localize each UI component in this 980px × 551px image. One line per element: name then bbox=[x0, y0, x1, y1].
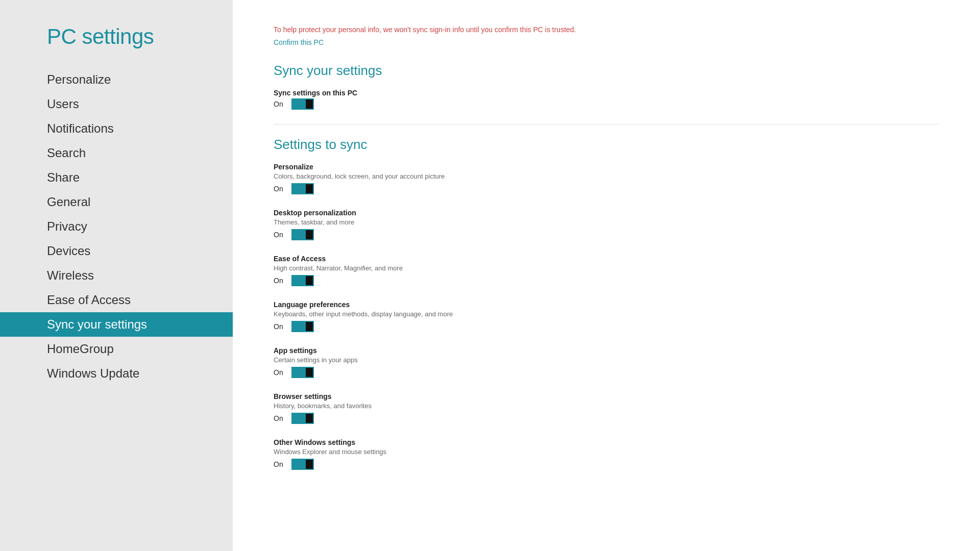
sidebar-item-personalize[interactable]: Personalize bbox=[47, 67, 233, 92]
sync-item-language-preferences: Language preferences Keyboards, other in… bbox=[274, 300, 939, 332]
sidebar-item-homegroup[interactable]: HomeGroup bbox=[47, 337, 233, 361]
toggle-track bbox=[291, 459, 314, 470]
sync-this-pc-label: Sync settings on this PC bbox=[274, 89, 939, 97]
sync-item-label-desktop-personalization: Desktop personalization bbox=[274, 209, 939, 217]
sidebar: PC settings PersonalizeUsersNotification… bbox=[0, 0, 233, 551]
sidebar-item-windows-update[interactable]: Windows Update bbox=[47, 361, 233, 386]
sync-item-value-browser-settings: On bbox=[274, 414, 283, 422]
settings-to-sync-title: Settings to sync bbox=[274, 137, 939, 153]
sidebar-item-general[interactable]: General bbox=[47, 190, 233, 214]
sync-item-desktop-personalization: Desktop personalization Themes, taskbar,… bbox=[274, 209, 939, 240]
toggle-track bbox=[291, 275, 314, 286]
toggle-track bbox=[291, 229, 314, 240]
sync-item-browser-settings: Browser settings History, bookmarks, and… bbox=[274, 392, 939, 424]
sync-item-label-ease-of-access: Ease of Access bbox=[274, 255, 939, 263]
sidebar-item-privacy[interactable]: Privacy bbox=[47, 214, 233, 239]
warning-text: To help protect your personal info, we w… bbox=[274, 24, 580, 35]
sidebar-item-devices[interactable]: Devices bbox=[47, 239, 233, 263]
sync-items-list: Personalize Colors, background, lock scr… bbox=[274, 163, 939, 470]
sync-item-toggle-language-preferences[interactable] bbox=[291, 321, 314, 332]
sync-item-personalize: Personalize Colors, background, lock scr… bbox=[274, 163, 939, 194]
sidebar-item-ease-of-access[interactable]: Ease of Access bbox=[47, 288, 233, 312]
toggle-track bbox=[291, 98, 314, 110]
sidebar-item-notifications[interactable]: Notifications bbox=[47, 116, 233, 141]
sidebar-item-wireless[interactable]: Wireless bbox=[47, 263, 233, 288]
sync-item-toggle-other-windows-settings[interactable] bbox=[291, 459, 314, 470]
toggle-thumb bbox=[306, 322, 313, 331]
sync-item-toggle-row-personalize: On bbox=[274, 183, 939, 194]
sidebar-item-sync-your-settings[interactable]: Sync your settings bbox=[0, 312, 233, 337]
sync-item-toggle-desktop-personalization[interactable] bbox=[291, 229, 314, 240]
sidebar-item-share[interactable]: Share bbox=[47, 165, 233, 190]
toggle-track bbox=[291, 367, 314, 378]
sync-item-value-other-windows-settings: On bbox=[274, 460, 283, 468]
sync-item-desc-language-preferences: Keyboards, other input methods, display … bbox=[274, 310, 939, 318]
toggle-thumb bbox=[306, 99, 313, 109]
sync-this-pc-value: On bbox=[274, 100, 283, 108]
main-content: To help protect your personal info, we w… bbox=[233, 0, 980, 551]
sync-this-pc-toggle[interactable] bbox=[291, 98, 314, 110]
sync-item-toggle-app-settings[interactable] bbox=[291, 367, 314, 378]
sync-item-toggle-row-app-settings: On bbox=[274, 367, 939, 378]
sync-item-value-ease-of-access: On bbox=[274, 277, 283, 285]
toggle-thumb bbox=[306, 230, 313, 239]
sync-item-ease-of-access: Ease of Access High contrast, Narrator, … bbox=[274, 255, 939, 286]
sync-item-label-browser-settings: Browser settings bbox=[274, 392, 939, 400]
toggle-track bbox=[291, 413, 314, 424]
sync-item-label-app-settings: App settings bbox=[274, 346, 939, 355]
sync-item-toggle-row-desktop-personalization: On bbox=[274, 229, 939, 240]
sync-item-toggle-row-other-windows-settings: On bbox=[274, 459, 939, 470]
sync-item-other-windows-settings: Other Windows settings Windows Explorer … bbox=[274, 438, 939, 470]
toggle-thumb bbox=[306, 460, 313, 469]
app-title: PC settings bbox=[47, 24, 233, 49]
sidebar-item-users[interactable]: Users bbox=[47, 92, 233, 116]
sync-item-desc-desktop-personalization: Themes, taskbar, and more bbox=[274, 218, 939, 226]
section-divider bbox=[274, 124, 939, 124]
toggle-track bbox=[291, 321, 314, 332]
sync-item-desc-personalize: Colors, background, lock screen, and you… bbox=[274, 172, 939, 180]
sync-item-desc-other-windows-settings: Windows Explorer and mouse settings bbox=[274, 448, 939, 456]
sync-item-label-personalize: Personalize bbox=[274, 163, 939, 171]
sync-item-toggle-ease-of-access[interactable] bbox=[291, 275, 314, 286]
sync-this-pc-toggle-row: On bbox=[274, 98, 939, 110]
sync-item-desc-app-settings: Certain settings in your apps bbox=[274, 356, 939, 364]
toggle-thumb bbox=[306, 414, 313, 423]
sync-item-toggle-row-browser-settings: On bbox=[274, 413, 939, 424]
sync-item-app-settings: App settings Certain settings in your ap… bbox=[274, 346, 939, 378]
sync-item-desc-browser-settings: History, bookmarks, and favorites bbox=[274, 402, 939, 410]
sync-item-toggle-row-ease-of-access: On bbox=[274, 275, 939, 286]
confirm-link[interactable]: Confirm this PC bbox=[274, 38, 939, 46]
toggle-track bbox=[291, 183, 314, 194]
sync-item-value-personalize: On bbox=[274, 185, 283, 193]
sync-item-label-other-windows-settings: Other Windows settings bbox=[274, 438, 939, 446]
sync-item-label-language-preferences: Language preferences bbox=[274, 300, 939, 309]
sync-item-value-desktop-personalization: On bbox=[274, 231, 283, 239]
sidebar-item-search[interactable]: Search bbox=[47, 141, 233, 165]
toggle-thumb bbox=[306, 368, 313, 377]
nav-list: PersonalizeUsersNotificationsSearchShare… bbox=[47, 67, 233, 386]
sync-item-toggle-personalize[interactable] bbox=[291, 183, 314, 194]
toggle-thumb bbox=[306, 276, 313, 285]
sync-this-pc-group: Sync settings on this PC On bbox=[274, 89, 939, 110]
sync-item-toggle-browser-settings[interactable] bbox=[291, 413, 314, 424]
sync-section-title: Sync your settings bbox=[274, 63, 939, 79]
sync-item-desc-ease-of-access: High contrast, Narrator, Magnifier, and … bbox=[274, 264, 939, 272]
sync-item-toggle-row-language-preferences: On bbox=[274, 321, 939, 332]
sync-item-value-app-settings: On bbox=[274, 368, 283, 377]
toggle-thumb bbox=[306, 184, 313, 193]
sync-item-value-language-preferences: On bbox=[274, 322, 283, 331]
